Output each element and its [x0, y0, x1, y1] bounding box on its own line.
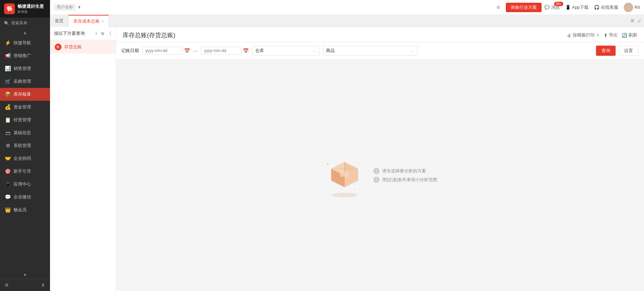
- sidebar-item-label: 经营管理: [14, 117, 31, 123]
- date-start-input[interactable]: [142, 47, 183, 55]
- warehouse-more-icon: ···: [313, 48, 317, 53]
- sidebar-item-label: 库存核算: [14, 91, 31, 97]
- sidebar-item-label: 营销推广: [14, 53, 31, 59]
- svg-rect-8: [340, 171, 349, 177]
- current-user-label: 用户名称: [54, 4, 76, 11]
- sidebar-item-operations[interactable]: 📋 经营管理: [0, 114, 50, 126]
- sidebar-nav: ⚡ 快捷导航 📢 营销推广 📊 销售管理 🛒 采购管理 📦 库存核算 💰 资金管…: [0, 37, 50, 271]
- sidebar-item-member[interactable]: 👑 畅会员: [0, 203, 50, 216]
- marketing-icon: 📢: [5, 53, 11, 59]
- sidebar-item-quick-nav[interactable]: ⚡ 快捷导航: [0, 37, 50, 49]
- topbar: 用户名称 ▼ ⚙ 体验行业方案 💬 消息 99+ 📱 App下载 🎧 在线客服 …: [50, 0, 644, 15]
- app-download-item[interactable]: 📱 App下载: [565, 4, 589, 10]
- refresh-icon: 🔄: [622, 33, 627, 38]
- capital-icon: 💰: [5, 104, 11, 110]
- page-header-actions: 🖨 按模板打印 ▼ ⬆ 导出 🔄 刷新: [567, 32, 637, 38]
- operations-icon: 📋: [5, 117, 11, 123]
- app-title: 畅捷通好生意: [18, 3, 44, 9]
- empty-inner: ✦ ✦ ✦ 1 请先选择要分析的方案 2 用[过滤]条件来缩小分析范围: [323, 155, 437, 196]
- tab-close-icon[interactable]: ×: [102, 19, 104, 23]
- dropdown-icon[interactable]: ▼: [77, 5, 81, 10]
- tab-home-label: 首页: [55, 18, 64, 24]
- scheme-header-actions: ＋ ⊗ 《: [94, 30, 112, 37]
- main-content: 库存总账(存货总账) 🖨 按模板打印 ▼ ⬆ 导出 🔄 刷新: [116, 27, 644, 291]
- sidebar-item-inventory[interactable]: 📦 库存核算: [0, 88, 50, 101]
- sidebar-item-system[interactable]: ⚙ 系统管理: [0, 139, 50, 152]
- scheme-panel: 按以下方案查询 ＋ ⊗ 《 账 存货总账: [50, 27, 116, 291]
- sidebar-collapse-icon[interactable]: ⏸: [41, 283, 45, 288]
- app-center-icon: 📱: [5, 181, 11, 187]
- calendar-end-icon[interactable]: 📅: [243, 48, 249, 53]
- search-icon: 🔍: [4, 21, 9, 26]
- app-subtitle: 标准版: [18, 9, 44, 14]
- member-icon: 👑: [5, 207, 11, 213]
- newcomer-icon: 🎯: [5, 168, 11, 174]
- product-select[interactable]: 商品 ···: [323, 46, 418, 55]
- empty-illustration: ✦ ✦ ✦: [323, 155, 363, 196]
- message-icon: 💬: [544, 5, 550, 10]
- sidebar-item-wechat[interactable]: 💬 企业微信: [0, 191, 50, 203]
- sidebar-item-label: 基础信息: [14, 130, 31, 136]
- main-area: 用户名称 ▼ ⚙ 体验行业方案 💬 消息 99+ 📱 App下载 🎧 在线客服 …: [50, 0, 644, 291]
- topbar-right: 💬 消息 99+ 📱 App下载 🎧 在线客服 Rit: [544, 3, 640, 12]
- sidebar-item-purchase[interactable]: 🛒 采购管理: [0, 75, 50, 88]
- tab-panel-resize-btn[interactable]: ⤢: [637, 18, 641, 24]
- filter-date-label: 记账日期: [121, 48, 139, 54]
- step-2-num: 2: [373, 177, 379, 183]
- date-end-input[interactable]: [201, 47, 242, 55]
- user-avatar-item[interactable]: Rit: [624, 3, 640, 12]
- headset-icon: 🎧: [594, 5, 599, 10]
- sidebar-item-label: 系统管理: [14, 143, 31, 149]
- sidebar-item-label: 资金管理: [14, 104, 31, 110]
- message-item[interactable]: 💬 消息 99+: [544, 4, 560, 10]
- scheme-item-inventory-ledger[interactable]: 账 存货总账: [50, 40, 116, 54]
- scheme-collapse-btn[interactable]: 《: [107, 30, 112, 37]
- tab-inventory-ledger-label: 库存成本总账: [73, 18, 100, 24]
- sidebar-item-capital[interactable]: 💰 资金管理: [0, 101, 50, 114]
- sidebar-item-label: 快捷导航: [14, 40, 31, 46]
- sidebar-settings-icon[interactable]: ⚙: [5, 283, 9, 288]
- sidebar-item-label: 销售管理: [14, 66, 31, 72]
- export-icon: ⬆: [604, 33, 608, 38]
- warehouse-select[interactable]: 仓库 ···: [252, 46, 320, 55]
- empty-box-svg: ✦ ✦ ✦: [323, 155, 367, 199]
- online-service-item[interactable]: 🎧 在线客服: [594, 4, 618, 10]
- scheme-delete-btn[interactable]: ⊗: [101, 31, 105, 36]
- calendar-start-icon[interactable]: 📅: [184, 48, 190, 53]
- refresh-btn[interactable]: 🔄 刷新: [622, 32, 637, 38]
- print-icon: 🖨: [567, 33, 571, 38]
- export-btn[interactable]: ⬆ 导出: [604, 32, 618, 38]
- sidebar-item-label: 企业协同: [14, 155, 31, 162]
- scheme-header: 按以下方案查询 ＋ ⊗ 《: [50, 27, 116, 40]
- sidebar-item-newcomer[interactable]: 🎯 新手引导: [0, 165, 50, 178]
- phone-icon: 📱: [565, 5, 571, 10]
- scheme-add-btn[interactable]: ＋: [94, 30, 99, 37]
- sidebar-scroll-up[interactable]: ▲: [0, 29, 50, 37]
- print-dropdown-icon[interactable]: ▼: [596, 33, 600, 37]
- app-logo-icon: 畅: [4, 3, 15, 14]
- tab-home[interactable]: 首页: [50, 15, 68, 27]
- sidebar-item-sales[interactable]: 📊 销售管理: [0, 62, 50, 75]
- tab-panel-close-btn[interactable]: ✕: [630, 18, 635, 24]
- sidebar-item-label: 应用中心: [14, 181, 31, 187]
- sidebar-item-app-center[interactable]: 📱 应用中心: [0, 178, 50, 191]
- sidebar-item-enterprise[interactable]: 🤝 企业协同: [0, 152, 50, 165]
- svg-text:✦: ✦: [356, 161, 359, 164]
- sidebar: 畅 畅捷通好生意 标准版 🔍 搜索菜单 ▲ ⚡ 快捷导航 📢 营销推广 📊 销售…: [0, 0, 50, 291]
- sidebar-logo: 畅 畅捷通好生意 标准版: [0, 0, 50, 18]
- sidebar-scroll-down[interactable]: ▼: [0, 271, 50, 279]
- enterprise-icon: 🤝: [5, 155, 11, 162]
- sidebar-search[interactable]: 🔍 搜索菜单: [0, 18, 50, 29]
- print-btn[interactable]: 🖨 按模板打印 ▼: [567, 32, 600, 38]
- query-button[interactable]: 查询: [596, 46, 616, 56]
- filter-date-end: 📅: [201, 47, 249, 55]
- tab-inventory-ledger[interactable]: 库存成本总账 ×: [68, 15, 109, 27]
- sidebar-item-marketing[interactable]: 📢 营销推广: [0, 49, 50, 62]
- app-logo-text: 畅捷通好生意 标准版: [18, 3, 44, 14]
- scheme-item-icon: 账: [55, 44, 61, 50]
- svg-text:✦: ✦: [326, 162, 329, 166]
- industry-btn[interactable]: 体验行业方案: [506, 3, 542, 12]
- topbar-settings-icon[interactable]: ⚙: [494, 3, 503, 12]
- settings-button[interactable]: 设置: [618, 46, 639, 56]
- sidebar-item-basic-info[interactable]: 🗃 基础信息: [0, 126, 50, 139]
